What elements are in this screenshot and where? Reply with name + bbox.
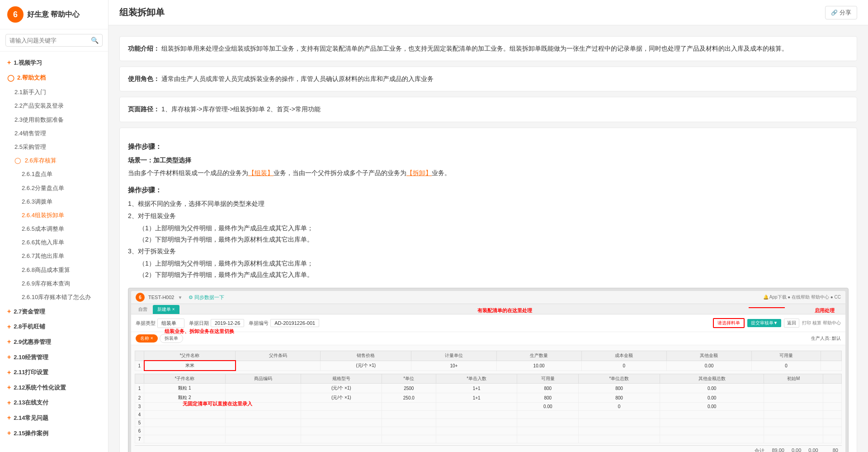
- cell-other: 0.00: [666, 361, 751, 371]
- cell-child-spec2: (元/个 ×1): [301, 393, 382, 403]
- annotation-tabs: 组装业务、拆卸业务在这里切换: [165, 328, 234, 335]
- mock-field-num: 单据编号 AD-20191226-001: [249, 319, 319, 327]
- cell-avail3: 0.00: [517, 403, 579, 411]
- sidebar-item-mobile[interactable]: + 2.8手机旺铺: [0, 319, 108, 335]
- table-row: 7: [135, 435, 842, 443]
- mock-logo: 6: [136, 293, 145, 302]
- expand-icon: +: [7, 307, 11, 316]
- mock-child-table: *子件名称 商品编码 规格型号 *单位 *单击入数 可用量 *单位总数 其他金额…: [135, 374, 842, 443]
- mock-app-icons: 🔔 App下载 ● 在线帮助 帮助中心 ● CC: [763, 294, 841, 300]
- sidebar-item-otherout[interactable]: 2.6.7其他出库单: [0, 249, 108, 263]
- sidebar-item-inventory[interactable]: ◯ 2.6库存核算: [0, 154, 108, 167]
- col-action: [821, 351, 841, 361]
- mock-tab-disassembly[interactable]: 拆装单: [160, 334, 183, 343]
- path-label: 页面路径：: [128, 105, 160, 113]
- collapse-icon: ◯: [7, 74, 14, 83]
- sidebar-item-stockcount[interactable]: 2.6.1盘点单: [0, 167, 108, 181]
- step-2-1: （1）上部明细为父件明细，最终作为产成品生成其它入库单；: [139, 223, 849, 234]
- col-select: [135, 351, 144, 361]
- table-row: 6: [135, 427, 842, 435]
- cell-child-avail1: 800: [517, 384, 579, 393]
- sidebar-item-accounterr[interactable]: 2.6.10库存账本错了怎么办: [0, 290, 108, 304]
- sidebar-item-costrecalc[interactable]: 2.6.8商品成本重算: [0, 263, 108, 277]
- sidebar-item-ops[interactable]: + 2.10经营管理: [0, 350, 108, 365]
- sidebar-item-finance[interactable]: + 2.7资金管理: [0, 304, 108, 319]
- cell-child-other2: 0.00: [660, 393, 764, 403]
- mock-nav-home[interactable]: 自营: [135, 305, 151, 314]
- cell-prod-qty: 10.00: [496, 361, 581, 371]
- search-input[interactable]: [9, 37, 91, 44]
- mock-back-btn[interactable]: 返回: [784, 319, 799, 328]
- col-child-code: 商品编码: [225, 374, 301, 384]
- content-area: 功能介绍： 组装拆卸单用来处理企业组装或拆卸等加工业务，支持有固定装配清单的产品…: [108, 25, 868, 452]
- cell-child-other1: 0.00: [660, 384, 764, 393]
- mock-ui: 6 TEST-H002 ▼ ⚙ 同步数据一下 🔔 App下载 ● 在线帮助 帮助…: [131, 291, 845, 452]
- mock-icons: ⚙ 同步数据一下: [189, 294, 224, 301]
- expand-icon: +: [7, 353, 11, 362]
- arrow-top-line: [749, 307, 785, 308]
- col-parent-name: *父件名称: [144, 351, 236, 361]
- mock-company: TEST-H002: [148, 295, 174, 300]
- expand-icon: +: [7, 414, 11, 423]
- mock-table-area: *父件名称 父件条码 销售价格 计量单位 生产数量 成本金额 其他金额 可用量: [131, 345, 845, 452]
- annotation-top: 有装配清单的在这里处理: [477, 307, 532, 314]
- sidebar-item-new[interactable]: 2.1新手入门: [0, 86, 108, 99]
- mock-tab-name[interactable]: 名称 ×: [136, 334, 158, 343]
- mock-select-bom[interactable]: 请选择料单: [713, 318, 745, 328]
- sidebar-item-transfer[interactable]: 2.6.3调拨单: [0, 195, 108, 209]
- intro-block: 功能介绍： 组装拆卸单用来处理企业组装或拆卸等加工业务，支持有固定装配清单的产品…: [119, 36, 857, 61]
- expand-icon: +: [7, 323, 11, 332]
- sidebar-item-stockquery[interactable]: 2.6.9库存账本查询: [0, 277, 108, 290]
- share-button[interactable]: 🔗 分享: [825, 6, 857, 19]
- mock-submit-btn[interactable]: 提交审核单▼: [747, 319, 782, 327]
- col-child-name: *子件名称: [144, 374, 226, 384]
- cell-price: (元/个 ×1): [321, 361, 411, 371]
- assembly-link[interactable]: 【组装】: [248, 169, 274, 176]
- sidebar-item-install[interactable]: 2.2产品安装及登录: [0, 99, 108, 113]
- minus-icon-inventory: ◯: [14, 157, 21, 164]
- field-type-value[interactable]: 组装单: [157, 319, 184, 328]
- disassembly-link[interactable]: 【拆卸】: [406, 169, 432, 176]
- footer-total1: 89.00: [772, 447, 784, 452]
- sidebar-item-video[interactable]: + 1.视频学习: [0, 55, 108, 71]
- sidebar-item-cases[interactable]: + 2.15操作案例: [0, 426, 108, 441]
- sidebar-item-partialcount[interactable]: 2.6.2分量盘点单: [0, 181, 108, 195]
- screenshot-container: 6 TEST-H002 ▼ ⚙ 同步数据一下 🔔 App下载 ● 在线帮助 帮助…: [128, 288, 849, 452]
- col-spec: 销售价格: [321, 351, 411, 361]
- sidebar-item-coupon[interactable]: + 2.9优惠券管理: [0, 334, 108, 350]
- search-icon[interactable]: 🔍: [91, 37, 99, 44]
- col-child-total-unit: *单位总数: [579, 374, 660, 384]
- footer-label: 合计: [755, 447, 764, 452]
- sidebar-item-otherin[interactable]: 2.6.6其他入库单: [0, 236, 108, 249]
- table-row: 4: [135, 411, 842, 419]
- role-label: 使用角色：: [128, 75, 160, 82]
- col-child-other-total: 其他金额总数: [660, 374, 764, 384]
- sidebar-item-faq[interactable]: + 2.14常见问题: [0, 410, 108, 426]
- col-produce-qty: 生产数量: [496, 351, 581, 361]
- sidebar-item-sales[interactable]: 2.4销售管理: [0, 127, 108, 140]
- sidebar-item-assembly[interactable]: 2.6.4组装拆卸单: [0, 209, 108, 222]
- cell-name: 米米: [144, 361, 236, 371]
- sidebar-item-costadj[interactable]: 2.6.5成本调整单: [0, 222, 108, 236]
- step-3: 3、对于拆装业务: [128, 246, 849, 257]
- cell-child-spec1: (元/个 ×1): [301, 384, 382, 393]
- mock-nav-new[interactable]: 新建单 ×: [153, 305, 179, 314]
- col-child-initial: 初始M: [764, 374, 823, 384]
- sidebar-item-purchase[interactable]: 2.5采购管理: [0, 140, 108, 154]
- field-date-value[interactable]: 2019-12-26: [211, 319, 244, 327]
- table-row: 1 颗粒 1 (元/个 ×1) 2500 1+1 800 800 0.00: [135, 384, 842, 393]
- sidebar-item-onlinepay[interactable]: + 2.13在线支付: [0, 395, 108, 411]
- field-num-value[interactable]: AD-20191226-001: [270, 319, 319, 327]
- col-avail: 可用量: [752, 351, 821, 361]
- intro-text: 组装拆卸单用来处理企业组装或拆卸等加工业务，支持有固定装配清单的产品加工业务，也…: [161, 45, 788, 52]
- sidebar-item-prepare[interactable]: 2.3使用前数据准备: [0, 113, 108, 127]
- cell-child-name1: 颗粒 1: [144, 384, 226, 393]
- role-block: 使用角色： 通常由生产人员或库管人员完成拆装业务的操作，库管人员确认原材料的出库…: [119, 67, 857, 91]
- mock-util-btns: 打印 核算 帮助中心: [802, 320, 841, 326]
- sidebar-item-docs[interactable]: ◯ 2.帮助文档: [0, 71, 108, 86]
- sidebar-item-custom[interactable]: + 2.12系统个性化设置: [0, 380, 108, 395]
- sidebar: 6 好生意 帮助中心 🔍 + 1.视频学习 ◯ 2.帮助文档 2.1新手入门 2…: [0, 0, 108, 452]
- mock-right-buttons: 请选择料单 提交审核单▼ 返回 打印 核算 帮助中心: [713, 318, 841, 328]
- search-area: 🔍: [0, 29, 108, 52]
- sidebar-item-print[interactable]: + 2.11打印设置: [0, 365, 108, 381]
